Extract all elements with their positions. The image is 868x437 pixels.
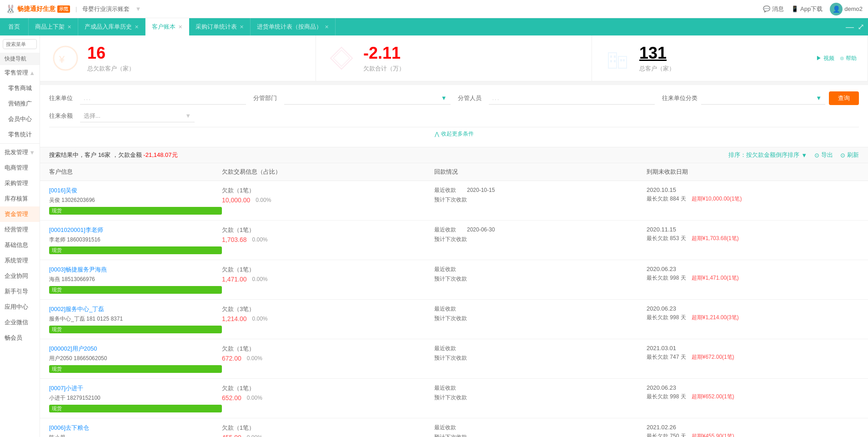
remaining-placeholder: 选择... — [84, 112, 100, 120]
overdue-days-1: 最长欠款 884 天 超期¥10,000.00(1笔) — [647, 195, 859, 203]
sidebar-item-basic-info[interactable]: 基础信息 — [0, 237, 40, 253]
sidebar-item-member[interactable]: 会员中心 — [0, 111, 40, 127]
stat-overdue-amount-number: -2.11 — [363, 44, 405, 63]
tab-import-stats[interactable]: 进货单统计表（按商品） ✕ — [251, 18, 336, 35]
sidebar-item-corp-wechat[interactable]: 企业微信 — [0, 315, 40, 330]
customer-name-5[interactable]: [000002]用户2050 — [49, 345, 222, 353]
overdue-text-3[interactable]: 超期¥1,471.00(1笔) — [692, 275, 739, 281]
sidebar-item-purchase[interactable]: 采购管理 — [0, 176, 40, 191]
person-input[interactable]: ... — [489, 92, 655, 105]
customer-name-6[interactable]: [0007]小进干 — [49, 384, 222, 392]
customer-name-3[interactable]: [0003]畅捷服务尹海燕 — [49, 266, 222, 274]
tab-goods-close[interactable]: ✕ — [67, 24, 71, 30]
debt-count-3: 欠款（1笔） — [222, 266, 255, 274]
tab-goods[interactable]: 商品上下架 ✕ — [29, 18, 78, 35]
due-date-3: 2020.06.23 — [647, 266, 859, 272]
sidebar-item-wholesale-mgmt[interactable]: 批发管理 ▼ — [0, 145, 40, 160]
overdue-text-4[interactable]: 超期¥1,214.00(3笔) — [692, 314, 739, 321]
debt-info-7: 欠款（1笔） 455.90 0.00% — [222, 424, 434, 437]
tab-production-close[interactable]: ✕ — [135, 24, 139, 30]
sidebar-search-input[interactable] — [3, 39, 37, 49]
overdue-text-7[interactable]: 超期¥455.90(1笔) — [692, 433, 734, 437]
stat-total-customers-info: 131 总客户（家） — [639, 44, 675, 73]
sidebar-item-retail-stats[interactable]: 零售统计 — [0, 127, 40, 142]
customer-name-4[interactable]: [0002]服务中心_丁磊 — [49, 305, 222, 313]
search-button[interactable]: 查询 — [829, 91, 859, 105]
tab-import-stats-close[interactable]: ✕ — [325, 24, 329, 30]
sidebar-item-system[interactable]: 系统管理 — [0, 253, 40, 268]
stat-overdue-amount-label: 欠款合计（万） — [363, 65, 405, 73]
tab-home[interactable]: 首页 — [0, 18, 29, 35]
due-info-6: 2020.06.23 最长欠款 998 天 超期¥652.00(1笔) — [647, 384, 859, 401]
tab-collapse-icon[interactable]: — — [846, 22, 854, 32]
avatar: 👤 — [830, 3, 843, 15]
overdue-text-2[interactable]: 超期¥1,703.68(1笔) — [692, 235, 739, 241]
sort-selector[interactable]: 排序：按欠款金额倒序排序 ▼ — [728, 151, 807, 159]
overdue-days-4: 最长欠款 998 天 超期¥1,214.00(3笔) — [647, 314, 859, 321]
sidebar-label-inventory: 库存核算 — [5, 195, 28, 203]
system-dropdown-icon[interactable]: ▼ — [135, 5, 141, 12]
unit-category-select[interactable]: ▼ — [701, 92, 825, 105]
stat-total-customers: 131 总客户（家） ▶ 视频 ⊙ 帮助 — [592, 35, 868, 81]
results-count: 16家 — [98, 151, 110, 158]
collapse-filters-btn[interactable]: ⋀ 收起更多条件 — [49, 127, 859, 141]
system-name: 母婴行业演示账套 — [82, 5, 130, 13]
debt-count-7: 欠款（1笔） — [222, 424, 255, 432]
tab-production[interactable]: 产成品入库单历史 ✕ — [78, 18, 146, 35]
sidebar-item-ecommerce[interactable]: 电商管理 — [0, 160, 40, 176]
message-btn[interactable]: 💬 消息 — [763, 5, 784, 13]
svg-rect-8 — [610, 60, 612, 62]
app-download-btn[interactable]: 📱 App下载 — [791, 5, 823, 13]
debt-count-4: 欠款（3笔） — [222, 305, 255, 313]
debt-percent-4: 0.00% — [252, 316, 268, 322]
sidebar-item-finance[interactable]: 资金管理 — [0, 206, 40, 222]
last-payment-label-4: 最近收款 — [434, 305, 647, 313]
refresh-btn[interactable]: ⊙ 刷新 — [840, 151, 859, 159]
customer-name-1[interactable]: [0016]吴俊 — [49, 186, 222, 195]
next-payment-label-1: 预计下次收款 — [434, 196, 647, 204]
dept-select[interactable]: ▼ — [284, 92, 450, 105]
remaining-select[interactable]: 选择... ▼ — [80, 110, 195, 122]
customer-name-2[interactable]: [0001020001]李老师 — [49, 226, 222, 234]
chevron-down-icon: ▲ — [29, 70, 35, 76]
export-btn[interactable]: ⊙ 导出 — [814, 151, 833, 159]
customer-name-7[interactable]: [0006]去下粮仓 — [49, 424, 222, 432]
play-icon: ▶ — [816, 55, 822, 61]
sidebar-label-retail-mall: 零售商城 — [8, 84, 32, 92]
from-unit-input[interactable]: ... — [80, 92, 246, 105]
person-filter: 分管人员 ... — [458, 92, 655, 105]
sidebar-item-inventory[interactable]: 库存核算 — [0, 191, 40, 206]
overdue-text-6[interactable]: 超期¥652.00(1笔) — [692, 393, 734, 400]
col-customer-info: 客户信息 — [49, 168, 222, 176]
sidebar-item-marketing[interactable]: 营销推广 — [0, 96, 40, 111]
sidebar-label-app-center: 应用中心 — [5, 303, 28, 311]
sidebar-item-retail-mall[interactable]: 零售商城 — [0, 80, 40, 96]
svg-text:¥: ¥ — [59, 54, 65, 65]
overdue-text-5[interactable]: 超期¥672.00(1笔) — [692, 354, 734, 360]
help-btn[interactable]: ⊙ 帮助 — [840, 55, 857, 62]
sidebar-item-app-center[interactable]: 应用中心 — [0, 299, 40, 315]
next-payment-label-4: 预计下次收款 — [434, 315, 647, 322]
sidebar-item-vip-member[interactable]: 畅会员 — [0, 330, 40, 346]
stat-overdue-customers-label: 总欠款客户（家） — [87, 65, 135, 73]
return-info-4: 最近收款 预计下次收款 — [434, 305, 647, 322]
tab-customer-account-close[interactable]: ✕ — [178, 24, 182, 30]
overdue-text-1[interactable]: 超期¥10,000.00(1笔) — [692, 196, 742, 202]
tab-purchase-order-close[interactable]: ✕ — [240, 24, 244, 30]
tab-customer-account[interactable]: 客户账本 ✕ — [146, 18, 189, 35]
sidebar-label-guide: 新手引导 — [5, 287, 28, 296]
view-btn[interactable]: ▶ 视频 — [816, 55, 834, 62]
results-amount: -21,148.07元 — [143, 151, 177, 158]
sidebar-item-guide[interactable]: 新手引导 — [0, 284, 40, 299]
sidebar-item-retail-mgmt[interactable]: 零售管理 ▲ — [0, 65, 40, 80]
debt-amount-7: 455.90 — [222, 434, 241, 437]
last-payment-label-5: 最近收款 — [434, 345, 647, 352]
sidebar-item-operations[interactable]: 经营管理 — [0, 222, 40, 237]
next-payment-label-3: 预计下次收款 — [434, 275, 647, 283]
sidebar-label-enterprise: 企业协同 — [5, 272, 28, 280]
sidebar-item-enterprise[interactable]: 企业协同 — [0, 268, 40, 284]
return-info-5: 最近收款 预计下次收款 — [434, 345, 647, 362]
tab-expand-icon[interactable]: ⤢ — [858, 22, 864, 32]
user-profile-btn[interactable]: 👤 demo2 — [830, 3, 863, 15]
tab-purchase-order[interactable]: 采购订单统计表 ✕ — [189, 18, 251, 35]
